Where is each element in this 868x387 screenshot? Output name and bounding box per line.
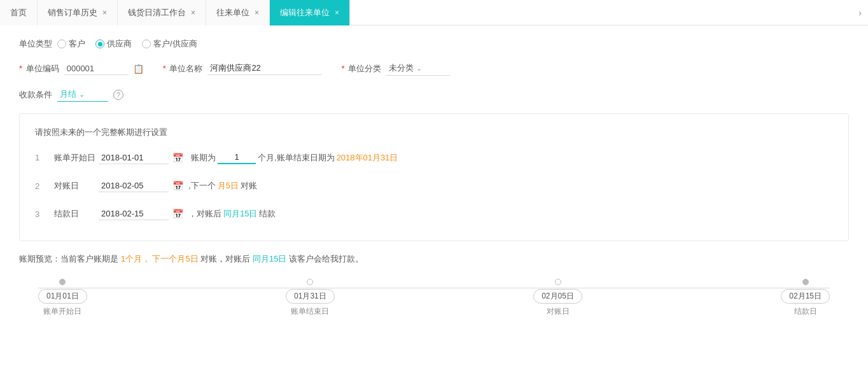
tab-sales-history-close[interactable]: × (102, 8, 107, 17)
tl-badge-start: 01月01日 (38, 289, 87, 304)
tab-partner[interactable]: 往来单位 × (206, 0, 270, 25)
tab-home[interactable]: 首页 (0, 0, 38, 25)
setting-row-1: 1 账单开始日 📅 账期为 个月,账单结束日期为 2018年01月31日 (35, 151, 833, 164)
pay-date-cal-icon[interactable]: 📅 (172, 209, 183, 219)
radio-supplier[interactable]: 供应商 (95, 38, 132, 50)
unit-class-chevron-icon: ⌄ (416, 64, 422, 73)
pay-suffix: 结款 (259, 208, 276, 220)
help-icon[interactable]: ? (113, 90, 123, 100)
unit-type-row: 单位类型 客户 供应商 客户/供应商 (19, 38, 849, 50)
collect-value: 月结 (60, 88, 76, 100)
collect-label: 收款条件 (19, 89, 52, 101)
collect-chevron-icon: ⌄ (79, 90, 85, 99)
row-num-1: 1 (35, 153, 54, 162)
pay-date-input[interactable] (99, 208, 169, 220)
tab-edit-partner-close[interactable]: × (335, 8, 339, 17)
radio-both[interactable]: 客户/供应商 (142, 38, 197, 50)
tab-cash-work-close[interactable]: × (191, 8, 195, 17)
tab-cash-work[interactable]: 钱货日清工作台 × (118, 0, 206, 25)
pay-highlight: 同月15日 (223, 208, 257, 220)
tl-point-start: 01月01日 账单开始日 (38, 279, 87, 317)
check-suffix: 对账 (241, 180, 257, 192)
tl-dot-pay (802, 279, 809, 285)
start-date-cal-icon[interactable]: 📅 (172, 153, 183, 163)
row-num-3: 3 (35, 209, 54, 219)
check-prefix: ,下一个 (188, 180, 216, 192)
unit-class-group: * 单位分类 未分类 ⌄ (341, 61, 450, 76)
unit-class-value: 未分类 (389, 62, 414, 74)
tab-edit-partner[interactable]: 编辑往来单位 × (270, 0, 350, 25)
tabs-scroll-arrow[interactable]: › (852, 8, 868, 18)
unit-name-input[interactable] (207, 62, 322, 75)
tl-label-start: 账单开始日 (43, 306, 81, 317)
unit-code-group: * 单位编码 📋 (19, 62, 144, 75)
timeline-points: 01月01日 账单开始日 01月31日 账单结束日 02月05日 对账日 02月… (38, 279, 830, 317)
tl-label-check: 对账日 (547, 306, 570, 317)
required-star-class: * (341, 64, 344, 73)
period-end-date: 2018年01月31日 (337, 152, 398, 164)
settings-box: 请按照未来的一个完整帐期进行设置 1 账单开始日 📅 账期为 个月,账单结束日期… (19, 113, 849, 241)
preview-part4: 同月15日 (253, 254, 286, 264)
check-highlight: 月5日 (218, 180, 239, 192)
radio-supplier-circle (95, 39, 104, 48)
preview-part1: 1个月， (121, 254, 150, 264)
required-star-code: * (19, 64, 22, 73)
tab-sales-history[interactable]: 销售订单历史 × (38, 0, 118, 25)
unit-type-group: 单位类型 客户 供应商 客户/供应商 (19, 38, 197, 50)
row-1-suffix: 账期为 个月,账单结束日期为 2018年01月31日 (191, 151, 398, 164)
start-date-input[interactable] (99, 151, 169, 164)
tab-cash-work-label: 钱货日清工作台 (128, 7, 186, 18)
page-content: 单位类型 客户 供应商 客户/供应商 * 单位编码 (0, 25, 868, 387)
tab-sales-history-label: 销售订单历史 (48, 7, 97, 18)
timeline-wrapper: 01月01日 账单开始日 01月31日 账单结束日 02月05日 对账日 02月… (19, 279, 849, 342)
radio-customer-label: 客户 (69, 38, 85, 50)
row-label-1: 账单开始日 (54, 152, 99, 164)
tab-partner-close[interactable]: × (255, 8, 259, 17)
unit-code-label: * 单位编码 (19, 63, 59, 74)
tl-label-end: 账单结束日 (291, 306, 329, 317)
unit-class-select[interactable]: 未分类 ⌄ (386, 61, 450, 76)
preview-part2: 下一个月5日 (152, 254, 198, 264)
unit-info-row: * 单位编码 📋 * 单位名称 * 单位分类 未分类 ⌄ (19, 61, 849, 76)
radio-customer[interactable]: 客户 (57, 38, 85, 50)
preview-label: 账期预览：当前客户账期是 (19, 254, 118, 264)
required-star-name: * (163, 64, 166, 73)
preview-part3: 对账，对账后 (200, 254, 250, 264)
settings-title: 请按照未来的一个完整帐期进行设置 (35, 127, 833, 138)
unit-class-label: * 单位分类 (341, 63, 381, 74)
tabs-bar: 首页 销售订单历史 × 钱货日清工作台 × 往来单位 × 编辑往来单位 × › (0, 0, 868, 25)
check-date-cal-icon[interactable]: 📅 (172, 181, 183, 191)
unit-type-label: 单位类型 (19, 38, 52, 50)
row-label-2: 对账日 (54, 180, 99, 192)
unit-name-label: * 单位名称 (163, 63, 203, 74)
tab-edit-partner-label: 编辑往来单位 (280, 7, 330, 18)
row-2-suffix: ,下一个 月5日 对账 (188, 180, 257, 192)
tl-point-end: 01月31日 账单结束日 (286, 279, 335, 317)
pay-prefix: ，对账后 (188, 208, 221, 220)
row-3-suffix: ，对账后 同月15日 结款 (188, 208, 276, 220)
preview-part5: 该客户会给我打款。 (289, 254, 363, 264)
period-label: 账期为 (191, 152, 216, 164)
unit-code-copy-icon[interactable]: 📋 (133, 64, 144, 74)
radio-customer-circle (57, 39, 66, 48)
setting-row-3: 3 结款日 📅 ，对账后 同月15日 结款 (35, 208, 833, 220)
tl-badge-pay: 02月15日 (781, 289, 830, 304)
check-date-input[interactable] (99, 179, 169, 192)
unit-name-group: * 单位名称 (163, 62, 323, 75)
unit-code-input[interactable] (64, 62, 128, 75)
period-unit: 个月,账单结束日期为 (258, 152, 335, 164)
period-input[interactable] (218, 151, 256, 164)
tl-dot-start (59, 279, 66, 285)
tl-dot-end (307, 279, 313, 285)
collect-row: 收款条件 月结 ⌄ ? (19, 87, 849, 102)
radio-supplier-label: 供应商 (107, 38, 132, 50)
row-num-2: 2 (35, 181, 54, 191)
tl-badge-check: 02月05日 (533, 289, 582, 304)
tab-partner-label: 往来单位 (216, 7, 249, 18)
row-label-3: 结款日 (54, 208, 99, 220)
tl-dot-check (555, 279, 561, 285)
collect-group: 收款条件 月结 ⌄ ? (19, 87, 123, 102)
collect-select[interactable]: 月结 ⌄ (57, 87, 108, 102)
setting-row-2: 2 对账日 📅 ,下一个 月5日 对账 (35, 179, 833, 192)
tl-label-pay: 结款日 (794, 306, 817, 317)
